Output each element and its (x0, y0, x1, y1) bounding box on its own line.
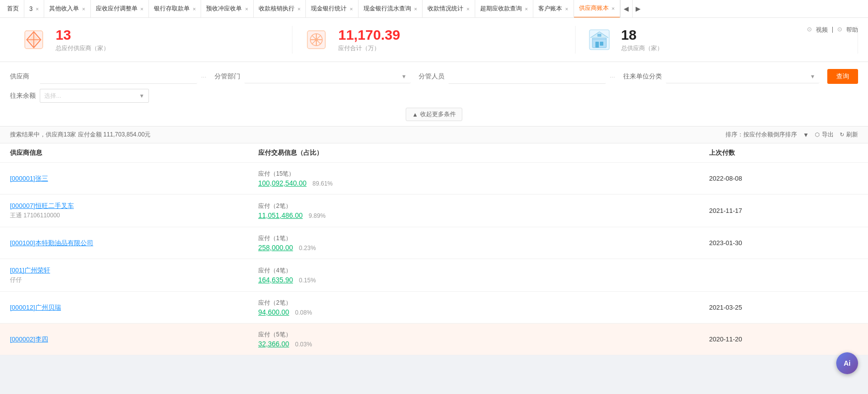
category-select[interactable]: ▼ (666, 69, 820, 83)
diamond-icon (20, 26, 48, 54)
top-navigation: 首页 3 × 其他收入单 × 应收应付调整单 × 银行存取款单 × 预收冲应收单… (0, 0, 868, 18)
tx-amount-2[interactable]: 11,051,486.00 (258, 211, 303, 219)
balance-select[interactable]: 选择... ▼ (40, 89, 149, 103)
last-payment-5: 2021-03-25 (709, 304, 858, 311)
nav-tab-other-income[interactable]: 其他收入单 × (44, 0, 90, 18)
nav-tab-cash-stat-close[interactable]: × (350, 6, 353, 12)
summary-area: 13 总应付供应商（家） 11,170.39 应付合计（万） (0, 18, 868, 62)
nav-tab-bank[interactable]: 银行存取款单 × (149, 0, 201, 18)
tx-amount-3[interactable]: 258,000.00 (258, 244, 293, 252)
tx-amount-4[interactable]: 164,635.90 (258, 276, 293, 284)
nav-tab-collection[interactable]: 收款核销执行 × (254, 0, 306, 18)
nav-tab-supplier-ledger[interactable]: 供应商账本 × (574, 0, 620, 18)
tx-percent-4: 0.15% (299, 277, 316, 284)
nav-tab-3-close[interactable]: × (36, 6, 39, 12)
top-right-links: ⊙ 视频 | ⊙ 帮助 (807, 26, 858, 34)
person-input[interactable] (448, 69, 606, 84)
nav-tab-customer-ledger-label: 客户账本 (538, 4, 562, 13)
collapse-row: ▲ 收起更多条件 (10, 108, 858, 121)
dept-select[interactable]: ▼ (244, 69, 411, 83)
summary-card-payable-amount: 11,170.39 应付合计（万） (292, 26, 575, 54)
nav-tab-advance-close[interactable]: × (245, 6, 248, 12)
sort-arrow-icon[interactable]: ▼ (803, 131, 809, 138)
tx-amount-6[interactable]: 32,366.00 (258, 340, 289, 348)
table-row: [000007]恒旺二手叉车 王通 17106110000 应付（2笔） 11,… (0, 195, 868, 227)
supplier-link-1[interactable]: [000001]张三 (10, 174, 258, 183)
nav-tab-home[interactable]: 首页 (2, 0, 24, 18)
refresh-icon: ↻ (840, 131, 844, 138)
nav-tab-receipt-stat-close[interactable]: × (466, 6, 469, 12)
nav-tab-customer-ledger-close[interactable]: × (565, 6, 568, 12)
tx-label-6: 应付（5笔） (258, 330, 709, 339)
nav-tab-home-label: 首页 (7, 4, 19, 13)
nav-tab-advance[interactable]: 预收冲应收单 × (201, 0, 253, 18)
nav-tab-3[interactable]: 3 × (24, 0, 44, 18)
nav-tab-collection-close[interactable]: × (297, 6, 300, 12)
search-button[interactable]: 查询 (827, 69, 858, 84)
supplier-link-3[interactable]: [000100]本特勤油品有限公司 (10, 239, 258, 248)
supplier-sub-2: 王通 17106110000 (10, 211, 258, 220)
last-payment-6: 2020-11-20 (709, 335, 858, 343)
balance-placeholder: 选择... (44, 92, 61, 100)
nav-tab-cash-flow-label: 现金银行流水查询 (363, 4, 411, 13)
filter-supplier: 供应商 ··· (10, 69, 207, 84)
supplier-label: 供应商 (10, 72, 36, 81)
table-header-supplier: 供应商信息 (10, 148, 258, 157)
nav-tab-overdue[interactable]: 超期应收款查询 × (475, 0, 533, 18)
page-wrapper: 首页 3 × 其他收入单 × 应收应付调整单 × 银行存取款单 × 预收冲应收单… (0, 0, 868, 394)
help-link[interactable]: 帮助 (846, 26, 858, 34)
transaction-info-4: 应付（4笔） 164,635.90 0.15% (258, 266, 709, 284)
results-actions: 排序：按应付余额倒序排序 ▼ ⬡ 导出 ↻ 刷新 (725, 131, 858, 139)
table-body: [000001]张三 应付（15笔） 100,092,540.00 89.61%… (0, 163, 868, 355)
supplier-link-4[interactable]: [001]广州荣轩 (10, 266, 258, 275)
person-dots-icon[interactable]: ··· (610, 73, 615, 80)
nav-tab-3-label: 3 (29, 5, 33, 12)
total-suppliers-count: 18 (621, 27, 663, 44)
nav-arrow-left[interactable]: ◀ (620, 0, 632, 18)
nav-tab-adjustment-close[interactable]: × (141, 6, 144, 12)
nav-tab-other-income-close[interactable]: × (82, 6, 85, 12)
circle-icon-2: ⊙ (837, 26, 842, 34)
nav-tab-overdue-close[interactable]: × (525, 6, 528, 12)
nav-tab-advance-label: 预收冲应收单 (206, 4, 242, 13)
export-button[interactable]: ⬡ 导出 (815, 131, 834, 139)
nav-tab-cash-flow-close[interactable]: × (414, 6, 417, 12)
supplier-info-2: [000007]恒旺二手叉车 王通 17106110000 (10, 201, 258, 220)
nav-tab-customer-ledger[interactable]: 客户账本 × (533, 0, 574, 18)
nav-tab-adjustment[interactable]: 应收应付调整单 × (91, 0, 149, 18)
table-header-last-payment: 上次付数 (709, 148, 858, 157)
results-bar: 搜索结果中，供应商13家 应付金额 111,703,854.00元 排序：按应付… (0, 127, 868, 143)
nav-tab-cash-flow[interactable]: 现金银行流水查询 × (359, 0, 423, 18)
tx-label-2: 应付（2笔） (258, 202, 709, 210)
collapse-up-icon: ▲ (412, 111, 418, 118)
table-header-row: 供应商信息 应付交易信息（占比） 上次付数 (0, 143, 868, 163)
nav-tab-cash-stat[interactable]: 现金银行统计 × (306, 0, 358, 18)
supplier-sub-4: 仔仔 (10, 276, 258, 284)
filter-balance: 往来余额 选择... ▼ (10, 89, 149, 103)
tx-amount-1[interactable]: 100,092,540.00 (258, 179, 306, 187)
ai-assistant-button[interactable]: Ai (836, 352, 858, 374)
sort-label: 排序：按应付余额倒序排序 (725, 131, 797, 139)
svg-rect-16 (597, 34, 601, 37)
nav-tab-adjustment-label: 应收应付调整单 (96, 4, 138, 13)
balance-label: 往来余额 (10, 91, 36, 100)
refresh-button[interactable]: ↻ 刷新 (840, 131, 858, 139)
tx-amount-5[interactable]: 94,600.00 (258, 308, 289, 316)
transaction-info-2: 应付（2笔） 11,051,486.00 9.89% (258, 202, 709, 219)
nav-tab-bank-close[interactable]: × (193, 6, 196, 12)
ai-label: Ai (844, 359, 851, 367)
last-payment-2: 2021-11-17 (709, 207, 858, 214)
nav-tab-receipt-stat[interactable]: 收款情况统计 × (423, 0, 475, 18)
nav-arrow-right[interactable]: ▶ (632, 0, 644, 18)
supplier-dots-icon[interactable]: ··· (201, 73, 207, 80)
supplier-input[interactable] (40, 69, 197, 84)
export-label: 导出 (822, 131, 834, 139)
supplier-link-5[interactable]: [000012]广州贝瑞 (10, 303, 258, 312)
nav-tab-supplier-ledger-close[interactable]: × (612, 5, 615, 11)
filter-category: 往来单位分类 ▼ (623, 69, 820, 83)
video-link[interactable]: 视频 (816, 26, 828, 34)
dept-arrow-icon: ▼ (401, 73, 407, 79)
collapse-button[interactable]: ▲ 收起更多条件 (406, 108, 462, 121)
supplier-link-6[interactable]: [000002]李四 (10, 335, 258, 344)
supplier-link-2[interactable]: [000007]恒旺二手叉车 (10, 201, 258, 210)
